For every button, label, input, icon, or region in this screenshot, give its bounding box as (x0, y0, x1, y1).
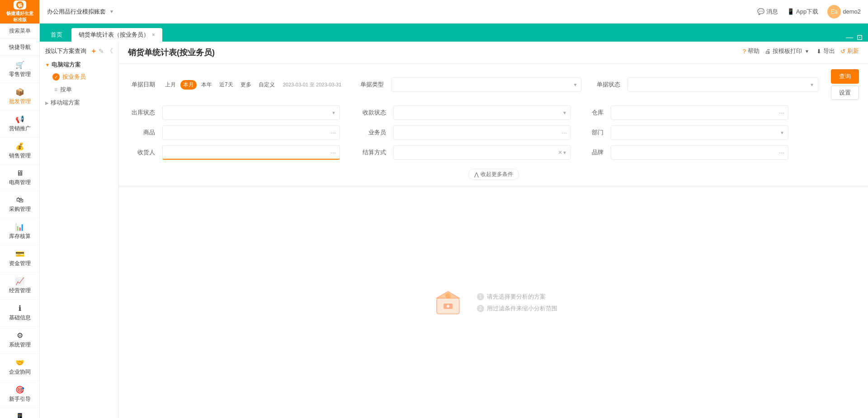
refresh-btn[interactable]: ↺ 刷新 (840, 47, 859, 55)
date-btn-7days[interactable]: 近7天 (217, 80, 236, 90)
edit-scheme-btn[interactable]: ✎ (99, 48, 104, 55)
desktop-scheme-group: ▼ 电脑端方案 (40, 59, 118, 71)
page-title-actions: ? 帮助 🖨 按模板打印 ▼ ⬇ 导出 (743, 47, 859, 55)
scheme-by-order[interactable]: ≡ 按单 (40, 83, 118, 96)
date-btn-lastmonth[interactable]: 上月 (162, 80, 179, 90)
print-btn[interactable]: 🖨 按模板打印 (765, 47, 802, 55)
sidebar-item-operations[interactable]: 📈 经营管理 (0, 272, 39, 299)
sales-label: 销售管理 (9, 152, 31, 160)
goods-label: 商品 (128, 128, 155, 137)
user-avatar-btn[interactable]: Ea demo2 (827, 5, 861, 19)
print-dropdown-arrow[interactable]: ▼ (803, 49, 811, 54)
dept-label: 部门 (585, 128, 604, 137)
sidebar-item-ecommerce[interactable]: 🖥 电商管理 (0, 165, 39, 191)
sidebar-item-system[interactable]: ⚙ 系统管理 (0, 327, 39, 354)
tab-minimize-icon[interactable]: — (846, 33, 853, 42)
system-label: 系统管理 (9, 341, 31, 349)
date-btn-more[interactable]: 更多 (238, 80, 254, 90)
tab-bar-right: — ⊡ (846, 33, 868, 42)
settle-clear-btn[interactable]: ✕ (558, 149, 562, 156)
sidebar-item-marketing[interactable]: 📢 营销推广 (0, 110, 39, 138)
sidebar-item-guide[interactable]: 🎯 新手引导 (0, 381, 39, 408)
avatar: Ea (827, 5, 841, 19)
ecommerce-icon: 🖥 (16, 169, 24, 177)
mobile-scheme-group[interactable]: ▶ 移动端方案 (40, 96, 118, 109)
search-menu-label[interactable]: 搜索菜单 (9, 27, 31, 35)
sidebar-item-inventory[interactable]: 📊 库存核算 (0, 218, 39, 245)
sidebar-item-basics[interactable]: ℹ 基础信息 (0, 299, 39, 327)
empty-state: 1 请先选择要分析的方案 2 用过滤条件来缩小分析范围 (119, 187, 868, 418)
message-label: 消息 (766, 8, 778, 16)
query-button[interactable]: 查询 (831, 69, 859, 84)
salesman-label: 业务员 (354, 128, 386, 137)
sidebar-item-enterprise[interactable]: 🤝 企业协同 (0, 354, 39, 381)
out-status-dropdown[interactable]: ▼ (162, 105, 340, 120)
settle-arrow: ▼ (562, 150, 567, 155)
collapse-btn[interactable]: ⋀ 收起更多条件 (468, 169, 519, 180)
message-btn[interactable]: 💬 消息 (757, 8, 778, 16)
step-1-num: 1 (477, 293, 484, 300)
filter-area: 单据日期 上月 本月 本年 近7天 更多 自定义 2023-03-01 至 20… (119, 64, 868, 185)
setting-button[interactable]: 设置 (831, 86, 859, 100)
settle-label: 结算方式 (354, 148, 386, 157)
retail-label: 零售管理 (9, 71, 31, 78)
left-panel: 按以下方案查询 + ✎ 《 ▼ 电脑端方案 ✓ 按业务员 ≡ 按单 ▶ (40, 42, 119, 418)
warehouse-label: 仓库 (585, 109, 604, 117)
brand-field[interactable]: ··· (611, 145, 788, 160)
account-dropdown-arrow[interactable]: ▼ (109, 9, 114, 14)
goods-field[interactable]: ··· (162, 125, 340, 140)
receiver-field[interactable]: ··· (162, 145, 340, 160)
svg-text:畅: 畅 (18, 3, 22, 8)
tab-home[interactable]: 首页 (43, 28, 70, 42)
system-icon: ⚙ (17, 331, 23, 340)
desktop-scheme-label: 电脑端方案 (52, 61, 81, 69)
account-name: 办公用品行业模拟账套 (47, 8, 106, 16)
page-title: 销货单统计表(按业务员) (128, 47, 215, 63)
settle-dropdown[interactable]: ✕ ▼ (393, 145, 571, 160)
purchase-icon: 🛍 (16, 196, 24, 204)
group-collapse-icon[interactable]: ▼ (45, 62, 50, 67)
receipt-status-arrow: ▼ (562, 110, 567, 115)
sidebar-item-appcenter[interactable]: 📱 应用中心 (0, 408, 39, 418)
sidebar-item-purchase[interactable]: 🛍 采购管理 (0, 191, 39, 218)
help-btn[interactable]: ? 帮助 (743, 47, 760, 55)
sidebar-item-wholesale[interactable]: 📦 批发管理 (0, 83, 39, 110)
quick-nav-item[interactable]: 快捷导航 (0, 39, 39, 56)
filter-row-1: 单据日期 上月 本月 本年 近7天 更多 自定义 2023-03-01 至 20… (128, 69, 859, 100)
app-download-btn[interactable]: 📱 App下载 (787, 8, 818, 16)
sub-scheme-icon: ≡ (54, 86, 57, 93)
collapse-arrow-icon: ⋀ (474, 171, 479, 178)
status-dropdown[interactable]: ▼ (627, 77, 818, 92)
tab-active[interactable]: 销货单统计表（按业务员） × (71, 28, 162, 42)
empty-illustration (430, 285, 466, 321)
page-body: 按以下方案查询 + ✎ 《 ▼ 电脑端方案 ✓ 按业务员 ≡ 按单 ▶ (40, 42, 868, 418)
date-btn-thismonth[interactable]: 本月 (180, 80, 197, 90)
salesman-field[interactable]: ··· (393, 125, 571, 140)
date-btn-custom[interactable]: 自定义 (256, 80, 278, 90)
sidebar-item-sales[interactable]: 💰 销售管理 (0, 138, 39, 165)
date-btn-thisyear[interactable]: 本年 (198, 80, 215, 90)
finance-icon: 💳 (15, 250, 24, 258)
main-area: 办公用品行业模拟账套 ▼ 💬 消息 📱 App下载 Ea demo2 首页 (40, 0, 868, 418)
type-dropdown[interactable]: ▼ (391, 77, 582, 92)
receipt-status-label: 收款状态 (354, 109, 386, 117)
dept-dropdown[interactable]: ▼ (611, 125, 788, 140)
tab-bar: 首页 销货单统计表（按业务员） × — ⊡ (40, 24, 868, 42)
enterprise-icon: 🤝 (15, 358, 24, 367)
marketing-icon: 📢 (15, 115, 24, 124)
add-scheme-btn[interactable]: + (92, 47, 96, 55)
tab-close-btn[interactable]: × (152, 32, 155, 38)
inventory-icon: 📊 (15, 223, 24, 231)
out-status-label: 出库状态 (128, 109, 155, 117)
export-btn[interactable]: ⬇ 导出 (816, 47, 835, 55)
mobile-scheme-label: 移动端方案 (51, 99, 80, 107)
warehouse-field[interactable]: ··· (611, 105, 788, 120)
tab-maximize-icon[interactable]: ⊡ (857, 33, 863, 42)
receipt-status-dropdown[interactable]: ▼ (393, 105, 571, 120)
collapse-panel-btn[interactable]: 《 (107, 47, 113, 55)
out-status-arrow: ▼ (331, 110, 336, 115)
scheme-by-salesman[interactable]: ✓ 按业务员 (40, 71, 118, 83)
sidebar-item-retail[interactable]: 🛒 零售管理 (0, 56, 39, 83)
sidebar-item-finance[interactable]: 💳 资金管理 (0, 245, 39, 272)
page-title-bar: 销货单统计表(按业务员) ? 帮助 🖨 按模板打印 ▼ ⬇ (119, 42, 868, 64)
